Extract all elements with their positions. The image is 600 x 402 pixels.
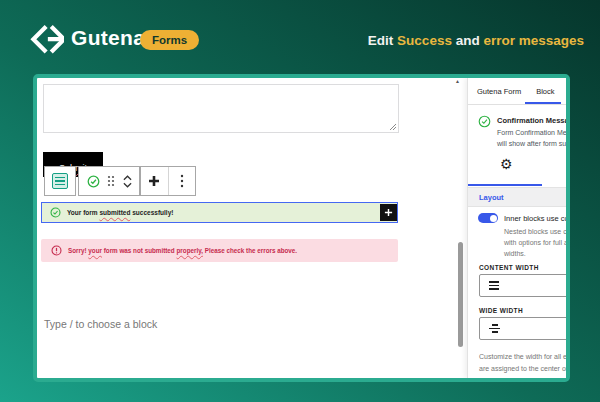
inner-blocks-toggle-row: Inner blocks use conte	[478, 213, 566, 223]
success-message-block[interactable]: Your form submitted successfully!	[41, 202, 398, 223]
scrollbar-thumb[interactable]	[458, 242, 463, 347]
settings-sidebar: Gutena Form Block Confirmation Message F…	[467, 78, 566, 378]
wide-width-input[interactable]	[479, 317, 566, 340]
block-appender-placeholder[interactable]: Type / to choose a block	[44, 318, 157, 330]
forms-badge: Forms	[140, 30, 199, 50]
error-text-word2: properly,	[176, 247, 202, 254]
title-part-and: and	[452, 33, 484, 48]
move-up-icon[interactable]	[123, 175, 132, 181]
plus-icon	[384, 208, 393, 217]
title-part-edit: Edit	[368, 33, 397, 48]
content-width-icon	[489, 281, 499, 289]
block-type-button[interactable]	[44, 166, 76, 196]
tab-block[interactable]: Block	[536, 87, 554, 96]
wide-width-label: WIDE WIDTH	[479, 307, 523, 314]
success-text-pre: Your form	[67, 209, 99, 216]
layout-panel-title: Layout	[479, 193, 504, 202]
tab-gutena-form[interactable]: Gutena Form	[477, 87, 521, 96]
success-text-post: successfully!	[130, 209, 173, 216]
move-down-icon[interactable]	[123, 182, 132, 188]
layout-footer-line2: are assigned to the center or wi	[479, 365, 566, 372]
block-inserter-button[interactable]	[380, 204, 397, 221]
wide-width-icon	[489, 324, 500, 332]
align-button[interactable]	[141, 167, 168, 195]
more-options-icon	[180, 174, 184, 188]
gutena-logo-icon	[30, 23, 64, 57]
options-button[interactable]	[168, 167, 196, 195]
block-card-title: Confirmation Message	[497, 116, 566, 125]
error-alert-icon	[51, 245, 62, 256]
active-tab-indicator	[525, 102, 561, 105]
error-text-pre: Sorry!	[68, 247, 88, 254]
gutena-form-block-icon	[52, 173, 68, 189]
content-width-label: CONTENT WIDTH	[479, 264, 539, 271]
scrollbar-up-arrow[interactable]: ▲	[455, 78, 460, 84]
toggle-label: Inner blocks use conte	[504, 214, 566, 223]
block-toolbar-group2	[140, 166, 196, 196]
content-width-input[interactable]	[479, 274, 566, 297]
toggle-description-line3: widths.	[504, 250, 526, 257]
success-check-icon	[50, 207, 61, 218]
title-part-error: error messages	[483, 33, 584, 48]
brand-name: Gutena	[71, 26, 145, 50]
drag-handle-icon[interactable]	[107, 175, 115, 187]
confirmation-card-icon	[478, 115, 491, 128]
layout-footer-line1: Customize the width for all elem	[479, 353, 566, 360]
error-message-text: Sorry! your form was not submitted prope…	[68, 247, 297, 254]
resize-grip-icon[interactable]	[389, 123, 397, 131]
message-textarea[interactable]	[43, 84, 399, 133]
error-message-block[interactable]: Sorry! your form was not submitted prope…	[41, 239, 398, 262]
success-text-misspelled: submitted	[99, 209, 130, 216]
error-text-word1: your	[88, 247, 102, 254]
editor-window: Submit	[33, 74, 570, 382]
settings-tab-indicator	[468, 184, 542, 186]
page-title: Edit Success and error messages	[368, 33, 584, 48]
content-width-toggle[interactable]	[478, 213, 498, 223]
block-card-description-line1: Form Confirmation Me	[497, 129, 566, 136]
block-toolbar-group	[78, 166, 140, 196]
toggle-description-line2: with options for full and	[504, 239, 566, 246]
sidebar-tabs: Gutena Form Block	[468, 78, 566, 105]
settings-gear-icon[interactable]: ⚙	[500, 157, 513, 171]
block-card-description-line2: will show after form su	[497, 140, 566, 147]
layout-panel-header[interactable]: Layout	[468, 187, 566, 207]
align-icon	[148, 175, 160, 187]
success-message-text: Your form submitted successfully!	[67, 209, 173, 216]
confirmation-block-icon[interactable]	[87, 175, 100, 188]
page-header: Gutena Forms Edit Success and error mess…	[0, 0, 600, 74]
error-text-mid: form was not submitted	[102, 247, 177, 254]
title-part-success: Success	[397, 33, 452, 48]
error-text-post: Please check the errors above.	[203, 247, 297, 254]
toggle-description-line1: Nested blocks use conte	[504, 228, 566, 235]
